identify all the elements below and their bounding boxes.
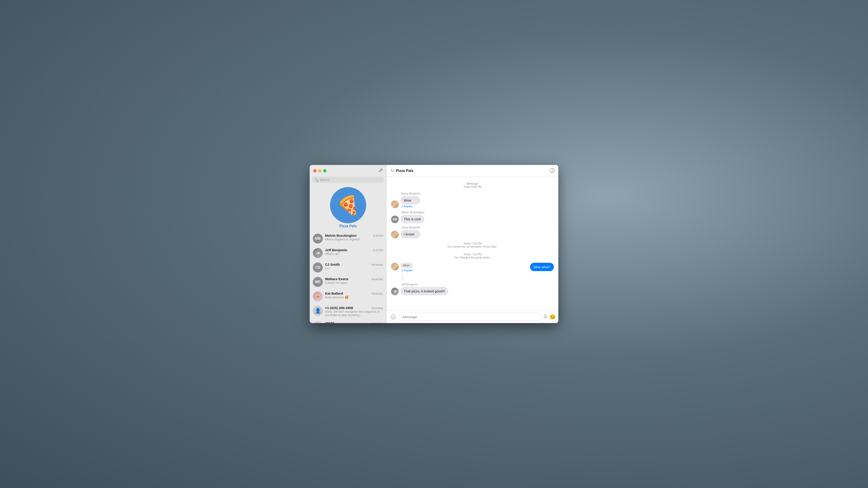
bubble-i-know: I know! bbox=[401, 230, 420, 238]
msg-avatar-jeff: JB bbox=[391, 288, 399, 295]
emoji-button[interactable]: 😊 bbox=[550, 314, 556, 320]
svg-rect-2 bbox=[545, 315, 546, 317]
conv-header: CJ Smith Yesterday bbox=[325, 263, 383, 266]
conv-content-phone: +1 (415) 200-1908 Yesterday Sorry, we do… bbox=[325, 306, 383, 317]
conversation-item-jeff[interactable]: JB Jeff Benjamin 6:23 PM What's up? bbox=[310, 246, 386, 260]
thread-line bbox=[402, 275, 403, 280]
minimize-button[interactable] bbox=[318, 169, 321, 172]
msg-avatar-melvin: MB bbox=[391, 216, 399, 223]
group-name-label: Pizza Pals bbox=[310, 224, 386, 228]
conv-preview: It does! I'm hype! bbox=[325, 281, 383, 285]
conv-time: Yesterday bbox=[371, 322, 383, 323]
conv-name: Kat Ballard bbox=[325, 291, 343, 295]
conv-header: Kat Ballard Yesterday bbox=[325, 291, 383, 295]
chat-area: To: Pizza Pals ⓘ iMessage Today 6:45 PM … bbox=[386, 165, 558, 323]
conv-preview: Sorry, we don't recognize this response.… bbox=[325, 310, 383, 317]
conv-header: Wallace Evans Yesterday bbox=[325, 277, 383, 281]
sender-name-jeff: Jeff Benjamin bbox=[401, 283, 448, 286]
conv-name: 78156 bbox=[325, 321, 335, 323]
conv-name: Jeff Benjamin bbox=[325, 248, 347, 252]
conversation-item-78156[interactable]: 👤 78156 Yesterday Your ShareGrid verific… bbox=[310, 319, 386, 323]
traffic-lights bbox=[313, 169, 327, 172]
bubble-this-is-cool: This is cool bbox=[401, 215, 424, 223]
messages-window: 🔍 Search 🍕 Pizza Pals MB Melvin Brocking… bbox=[310, 165, 558, 323]
conversation-list: MB Melvin Brockington 6:26 PM Melvin lau… bbox=[310, 231, 386, 323]
conv-preview: Sooo precious 🥰 bbox=[325, 295, 383, 299]
conversation-item-kat[interactable]: 🐱 Kat Ballard Yesterday Sooo precious 🥰 bbox=[310, 289, 386, 304]
msg-avatar-daisy2 bbox=[391, 231, 399, 238]
thread-line-area bbox=[401, 275, 554, 280]
wow-reaction-bubble: Wow bbox=[401, 263, 413, 268]
message-group-melvin-cool: Melvin Brockington This is cool bbox=[401, 211, 424, 223]
avatar-wallace: WE bbox=[313, 277, 323, 287]
conv-content-cj: CJ Smith Yesterday Lol bbox=[325, 263, 383, 270]
input-area: A 😊 bbox=[386, 311, 558, 323]
avatar-cj: CS bbox=[313, 263, 323, 272]
sidebar: 🔍 Search 🍕 Pizza Pals MB Melvin Brocking… bbox=[310, 165, 386, 323]
system-message-photo: Today 7:36 PM You changed the group phot… bbox=[391, 253, 554, 259]
titlebar bbox=[310, 165, 386, 177]
bubble-wow: Wow bbox=[401, 196, 420, 204]
close-button[interactable] bbox=[313, 169, 316, 172]
conv-content-78156: 78156 Yesterday Your ShareGrid verificat… bbox=[325, 321, 383, 323]
conversation-item-wallace[interactable]: WE Wallace Evans Yesterday It does! I'm … bbox=[310, 275, 386, 289]
conv-time: Yesterday bbox=[371, 292, 383, 295]
conv-time: Yesterday bbox=[371, 263, 383, 266]
conv-name: CJ Smith bbox=[325, 263, 340, 266]
message-row-daisy-iknow: Daisy Benjamin I know! bbox=[391, 226, 554, 238]
conv-content-jeff: Jeff Benjamin 6:23 PM What's up? bbox=[325, 248, 383, 256]
search-placeholder: Search bbox=[320, 178, 330, 182]
avatar-melvin: MB bbox=[313, 234, 323, 243]
message-row-jeff-pizza: JB Jeff Benjamin That pizza, it looked g… bbox=[391, 283, 554, 295]
conv-content-kat: Kat Ballard Yesterday Sooo precious 🥰 bbox=[325, 291, 383, 299]
conv-header: Jeff Benjamin 6:23 PM bbox=[325, 248, 383, 252]
message-group-daisy-iknow: Daisy Benjamin I know! bbox=[401, 226, 420, 238]
fullscreen-button[interactable] bbox=[323, 169, 327, 172]
search-icon: 🔍 bbox=[315, 178, 318, 182]
compose-button[interactable] bbox=[379, 168, 383, 173]
conv-header: 78156 Yesterday bbox=[325, 321, 383, 323]
conv-preview: What's up? bbox=[325, 252, 383, 256]
apps-button[interactable]: A bbox=[389, 313, 397, 321]
conv-preview: Lol bbox=[325, 267, 383, 270]
avatar-jeff: JB bbox=[313, 248, 323, 258]
conv-content-melvin: Melvin Brockington 6:26 PM Melvin laughe… bbox=[325, 234, 383, 241]
search-bar[interactable]: 🔍 Search bbox=[312, 177, 383, 183]
replies-link-wow[interactable]: 2 Replies bbox=[401, 205, 420, 208]
conv-name: Wallace Evans bbox=[325, 277, 348, 281]
message-row-melvin-cool: MB Melvin Brockington This is cool bbox=[391, 211, 554, 223]
bubble-wow-what: Wow what? bbox=[530, 263, 554, 271]
avatar-kat: 🐱 bbox=[313, 291, 323, 301]
conv-name: Melvin Brockington bbox=[325, 234, 356, 237]
msg-avatar-daisy bbox=[391, 200, 399, 208]
avatar-phone: 👤 bbox=[313, 306, 323, 316]
msg-avatar-daisy3 bbox=[391, 263, 399, 270]
thread-wow-row: Wow 2 Replies Wow what? bbox=[391, 263, 554, 272]
chat-header: To: Pizza Pals ⓘ bbox=[386, 165, 558, 177]
conv-header: Melvin Brockington 6:26 PM bbox=[325, 234, 383, 237]
conv-content-wallace: Wallace Evans Yesterday It does! I'm hyp… bbox=[325, 277, 383, 285]
conv-time: Yesterday bbox=[371, 278, 383, 281]
group-avatar: 🍕 bbox=[330, 187, 366, 223]
conv-name: +1 (415) 200-1908 bbox=[325, 306, 353, 310]
message-row-daisy-wow: Daisy Benjamin Wow 2 Replies bbox=[391, 192, 554, 208]
svg-text:A: A bbox=[392, 316, 394, 319]
message-input[interactable] bbox=[399, 313, 541, 321]
sender-name-daisy2: Daisy Benjamin bbox=[401, 226, 420, 229]
info-button[interactable]: ⓘ bbox=[550, 167, 555, 174]
conversation-item-melvin[interactable]: MB Melvin Brockington 6:26 PM Melvin lau… bbox=[310, 231, 386, 246]
avatar-78156: 👤 bbox=[313, 321, 323, 323]
bubble-pizza: That pizza, it looked good!!! bbox=[401, 287, 448, 295]
conversation-item-phone[interactable]: 👤 +1 (415) 200-1908 Yesterday Sorry, we … bbox=[310, 304, 386, 319]
conv-time: 6:23 PM bbox=[373, 249, 383, 252]
replies-link-2[interactable]: 2 Replies bbox=[401, 269, 413, 272]
chat-group-name: Pizza Pals bbox=[396, 169, 413, 173]
message-group-jeff-pizza: Jeff Benjamin That pizza, it looked good… bbox=[401, 283, 448, 295]
conv-time: Yesterday bbox=[371, 306, 383, 310]
to-label: To: bbox=[390, 169, 395, 173]
audio-button[interactable] bbox=[543, 314, 548, 320]
conv-header: +1 (415) 200-1908 Yesterday bbox=[325, 306, 383, 310]
conversation-item-cj[interactable]: CS CJ Smith Yesterday Lol bbox=[310, 260, 386, 275]
sender-name-melvin: Melvin Brockington bbox=[401, 211, 424, 214]
thread-wow-group: Wow 2 Replies bbox=[401, 263, 413, 272]
